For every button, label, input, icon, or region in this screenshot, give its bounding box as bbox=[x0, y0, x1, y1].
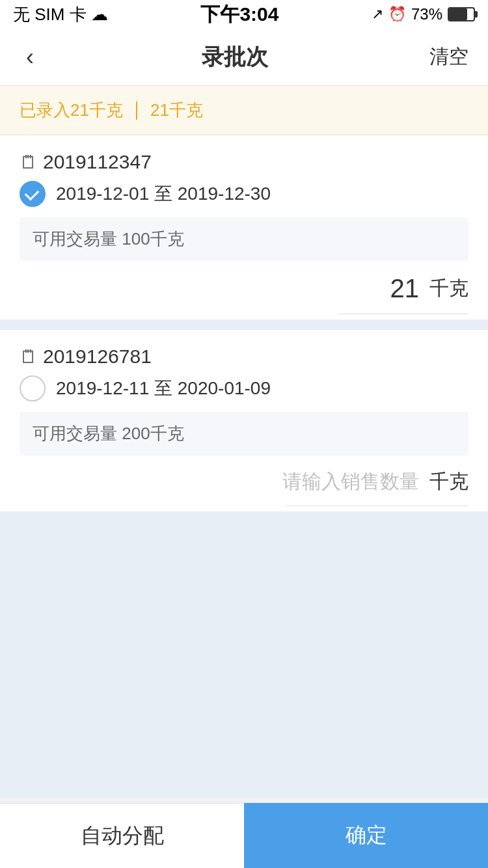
batch-1-header: 🗒 2019112347 bbox=[20, 151, 468, 173]
bottom-bar: 自动分配 确定 bbox=[0, 803, 488, 868]
sim-text: 无 SIM 卡 ☁ bbox=[13, 3, 108, 26]
batch-2-date: 2019-12-11 至 2020-01-09 bbox=[56, 376, 271, 401]
battery-percent: 73% bbox=[411, 5, 442, 23]
batch-2-available: 可用交易量 200千克 bbox=[20, 412, 468, 455]
status-bar: 无 SIM 卡 ☁ 下午3:04 ↗ ⏰ 73% bbox=[0, 0, 488, 29]
location-icon: ↗ bbox=[372, 6, 383, 23]
batch-divider bbox=[0, 319, 488, 330]
batch-1-radio[interactable] bbox=[20, 181, 46, 207]
batch-1-id: 2019112347 bbox=[43, 151, 152, 173]
batch-2-underline-area bbox=[0, 506, 488, 511]
empty-area bbox=[0, 511, 488, 798]
recorded-label: 已录入21千克 bbox=[20, 99, 123, 122]
back-button[interactable]: ‹ bbox=[20, 37, 40, 77]
status-left: 无 SIM 卡 ☁ bbox=[13, 3, 108, 26]
nav-bar: ‹ 录批次 清空 bbox=[0, 29, 488, 86]
batch-2-placeholder: 请输入销售数量 bbox=[282, 468, 419, 495]
auto-distribute-button[interactable]: 自动分配 bbox=[0, 803, 244, 868]
batch-1-quantity-unit: 千克 bbox=[429, 275, 468, 302]
batch-2-date-row: 2019-12-11 至 2020-01-09 bbox=[20, 375, 468, 401]
batch-2-radio[interactable] bbox=[20, 375, 46, 401]
batch-1-quantity-value: 21 bbox=[390, 274, 420, 303]
batch-item-1: 🗒 2019112347 2019-12-01 至 2019-12-30 可用交… bbox=[0, 135, 488, 261]
page-title: 录批次 bbox=[202, 42, 268, 72]
batch-1-underline bbox=[338, 314, 468, 314]
batch-1-underline-area bbox=[0, 314, 488, 319]
batch-2-underline bbox=[286, 506, 468, 506]
status-right: ↗ ⏰ 73% bbox=[372, 5, 475, 23]
alarm-icon: ⏰ bbox=[388, 6, 406, 23]
battery-icon bbox=[448, 7, 475, 21]
status-time: 下午3:04 bbox=[200, 1, 278, 28]
batch-2-input-row[interactable]: 请输入销售数量 千克 bbox=[0, 455, 488, 506]
batch-2-header: 🗒 2019126781 bbox=[20, 346, 468, 368]
batch-2-id: 2019126781 bbox=[43, 346, 152, 368]
confirm-button[interactable]: 确定 bbox=[244, 803, 488, 868]
clear-button[interactable]: 清空 bbox=[429, 44, 468, 70]
info-divider bbox=[136, 102, 137, 120]
batch-1-quantity-row: 21 千克 bbox=[0, 261, 488, 314]
recorded-value: 21千克 bbox=[150, 99, 203, 122]
batch-1-icon: 🗒 bbox=[20, 152, 38, 173]
batch-1-available: 可用交易量 100千克 bbox=[20, 217, 468, 261]
batch-1-date-row: 2019-12-01 至 2019-12-30 bbox=[20, 181, 468, 207]
info-bar: 已录入21千克 21千克 bbox=[0, 86, 488, 135]
batch-1-date: 2019-12-01 至 2019-12-30 bbox=[56, 182, 271, 206]
batch-2-unit: 千克 bbox=[429, 468, 468, 495]
batch-item-2: 🗒 2019126781 2019-12-11 至 2020-01-09 可用交… bbox=[0, 330, 488, 455]
batch-2-icon: 🗒 bbox=[20, 346, 38, 368]
